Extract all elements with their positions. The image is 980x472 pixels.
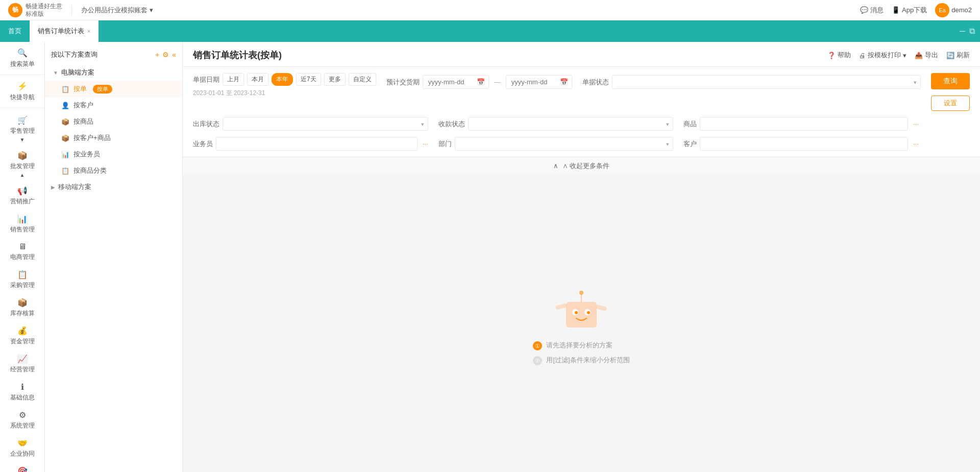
sidebar-label: 批发管理 bbox=[10, 162, 35, 171]
tree-parent-pc[interactable]: ▼ 电脑端方案 bbox=[45, 64, 182, 81]
by-category-label: 按商品分类 bbox=[74, 166, 107, 175]
sidebar-item-sys-mgmt[interactable]: ⚙ 系统管理 bbox=[0, 405, 44, 433]
ops-icon: 📈 bbox=[17, 354, 28, 364]
svg-point-3 bbox=[575, 311, 578, 314]
mobile-section-label: 移动端方案 bbox=[58, 182, 91, 192]
tree-child-by-product[interactable]: 📦 按商品 bbox=[45, 113, 182, 130]
delivery-end-input[interactable] bbox=[506, 75, 572, 89]
sidebar-item-wholesale-mgmt[interactable]: 📦 批发管理 ▲ bbox=[0, 146, 44, 181]
collapse-icon: ∧ bbox=[553, 162, 558, 170]
collapse-conditions-button[interactable]: ∧ ∧ 收起更多条件 bbox=[183, 157, 980, 175]
date-btn-last-month[interactable]: 上月 bbox=[223, 73, 244, 86]
page-header-actions: ❓ 帮助 🖨 按模板打印 ▾ 📤 导出 🔄 刷新 bbox=[827, 51, 970, 60]
salesperson-label: 业务员 bbox=[193, 139, 213, 149]
date-btn-more[interactable]: 更多 bbox=[324, 73, 346, 86]
retail-arrow-icon: ▼ bbox=[20, 137, 25, 143]
delivery-status-select-wrap: ▾ bbox=[223, 117, 428, 131]
top-bar-left: 畅 畅捷通好生意 标准版 办公用品行业模拟账套 ▾ bbox=[8, 3, 153, 17]
page-title: 销售订单统计表(按单) bbox=[193, 49, 282, 61]
sidebar-label: 基础信息 bbox=[10, 393, 35, 402]
tree-section: ▼ 电脑端方案 📋 按单 按单 👤 按客户 📦 按商品 📦 bbox=[45, 62, 182, 197]
tree-child-by-cust-prod[interactable]: 📦 按客户+商品 bbox=[45, 130, 182, 146]
app-download-label: App下载 bbox=[902, 6, 927, 15]
date-btn-7days[interactable]: 近7天 bbox=[296, 73, 321, 86]
mobile-section[interactable]: ▶ 移动端方案 bbox=[45, 179, 182, 195]
tree-child-by-category[interactable]: 📋 按商品分类 bbox=[45, 162, 182, 179]
tree-child-by-salesperson[interactable]: 📊 按业务员 bbox=[45, 146, 182, 162]
app-download-button[interactable]: 📱 App下载 bbox=[892, 6, 927, 15]
tab-bar: 首页 销售订单统计表 × ─ ⧉ bbox=[0, 20, 980, 42]
sidebar-item-basic-info[interactable]: ℹ 基础信息 bbox=[0, 377, 44, 405]
setting-button[interactable]: 设置 bbox=[931, 96, 970, 111]
tree-child-by-order[interactable]: 📋 按单 按单 bbox=[45, 81, 182, 97]
new-user-icon: 🎯 bbox=[17, 466, 28, 472]
tab-close-icon[interactable]: × bbox=[87, 28, 90, 34]
sidebar-item-sales-mgmt[interactable]: 📊 销售管理 bbox=[0, 209, 44, 237]
tree-child-by-customer[interactable]: 👤 按客户 bbox=[45, 97, 182, 113]
step-num-1: ① bbox=[533, 341, 542, 350]
by-order-icon: 📋 bbox=[61, 85, 69, 93]
delivery-status-group: 出库状态 ▾ bbox=[193, 117, 428, 131]
by-product-label: 按商品 bbox=[74, 117, 93, 126]
payment-status-select-wrap: ▾ bbox=[468, 117, 674, 131]
tab-home[interactable]: 首页 bbox=[0, 20, 30, 42]
add-scheme-button[interactable]: + bbox=[155, 51, 159, 59]
sidebar-item-enterprise[interactable]: 🤝 企业协同 bbox=[0, 433, 44, 461]
delivery-status-select[interactable] bbox=[223, 117, 428, 131]
product-input[interactable] bbox=[700, 117, 908, 131]
tab-restore-icon[interactable]: ⧉ bbox=[969, 27, 975, 36]
left-panel: 按以下方案查询 + ⚙ « ▼ 电脑端方案 📋 按单 按单 � bbox=[45, 42, 183, 472]
template-print-button[interactable]: 🖨 按模板打印 ▾ bbox=[859, 51, 906, 60]
delivery-end-wrap: 📅 bbox=[506, 75, 572, 89]
date-btn-this-year[interactable]: 本年 bbox=[272, 73, 293, 86]
search-icon: 🔍 bbox=[17, 48, 28, 58]
date-btn-custom[interactable]: 自定义 bbox=[349, 73, 376, 86]
help-button[interactable]: ❓ 帮助 bbox=[827, 51, 851, 60]
download-icon: 📱 bbox=[892, 6, 900, 14]
query-button[interactable]: 查询 bbox=[931, 73, 970, 89]
settings-scheme-button[interactable]: ⚙ bbox=[162, 51, 169, 59]
date-label: 单据日期 bbox=[193, 75, 219, 84]
avatar: Ea bbox=[935, 3, 949, 17]
sidebar-item-purchase-mgmt[interactable]: 📋 采购管理 bbox=[0, 265, 44, 293]
sidebar-label: 资金管理 bbox=[10, 337, 35, 346]
svg-point-6 bbox=[579, 291, 583, 295]
sidebar-item-new-user[interactable]: 🎯 新手引导 bbox=[0, 461, 44, 472]
purchase-icon: 📋 bbox=[17, 270, 28, 279]
user-area[interactable]: Ea demo2 bbox=[935, 3, 972, 17]
tab-active[interactable]: 销售订单统计表 × bbox=[30, 20, 99, 42]
customer-dots[interactable]: ··· bbox=[913, 140, 919, 148]
sidebar-item-ecom-mgmt[interactable]: 🖥 电商管理 bbox=[0, 237, 44, 265]
sidebar-label: 系统管理 bbox=[10, 421, 35, 430]
sidebar-label: 零售管理 bbox=[10, 127, 35, 135]
date-btn-this-month[interactable]: 本月 bbox=[247, 73, 268, 86]
logo-icon: 畅 bbox=[8, 3, 22, 17]
filter-section: 单据日期 上月 本月 本年 近7天 更多 自定义 2023-01-01 至 20… bbox=[183, 67, 980, 175]
salesperson-input[interactable] bbox=[216, 137, 418, 151]
salesperson-dots[interactable]: ··· bbox=[423, 140, 428, 148]
delivery-start-input[interactable] bbox=[423, 75, 489, 89]
export-button[interactable]: 📤 导出 bbox=[915, 51, 938, 60]
app-selector[interactable]: 办公用品行业模拟账套 ▾ bbox=[81, 6, 153, 15]
sidebar-item-retail-mgmt[interactable]: 🛒 零售管理 ▼ bbox=[0, 110, 44, 146]
date-range-display: 2023-01-01 至 2023-12-31 bbox=[193, 89, 376, 98]
right-content: 销售订单统计表(按单) ❓ 帮助 🖨 按模板打印 ▾ 📤 导出 bbox=[183, 42, 980, 472]
product-dots[interactable]: ··· bbox=[913, 120, 919, 128]
order-status-select[interactable] bbox=[612, 75, 921, 89]
department-select[interactable] bbox=[455, 137, 674, 151]
collapse-panel-button[interactable]: « bbox=[172, 51, 176, 59]
sidebar-item-search-menu[interactable]: 🔍 搜索菜单 bbox=[0, 42, 44, 75]
sidebar-item-marketing[interactable]: 📢 营销推广 bbox=[0, 181, 44, 209]
sidebar-item-quick-nav[interactable]: ⚡ 快捷导航 bbox=[0, 75, 44, 108]
tab-minimize-icon[interactable]: ─ bbox=[960, 27, 965, 36]
sidebar-item-ops-mgmt[interactable]: 📈 经营管理 bbox=[0, 349, 44, 377]
sidebar-item-finance[interactable]: 💰 资金管理 bbox=[0, 321, 44, 349]
empty-step-2: ② 用[过滤]条件来缩小分析范围 bbox=[533, 356, 629, 365]
message-icon: 💬 bbox=[860, 6, 868, 14]
order-status-group: 单据状态 ▾ bbox=[582, 75, 921, 89]
payment-status-select[interactable] bbox=[468, 117, 674, 131]
refresh-button[interactable]: 🔄 刷新 bbox=[946, 51, 970, 60]
customer-input[interactable] bbox=[700, 137, 908, 151]
message-button[interactable]: 💬 消息 bbox=[860, 6, 884, 15]
sidebar-item-inventory[interactable]: 📦 库存核算 bbox=[0, 293, 44, 321]
